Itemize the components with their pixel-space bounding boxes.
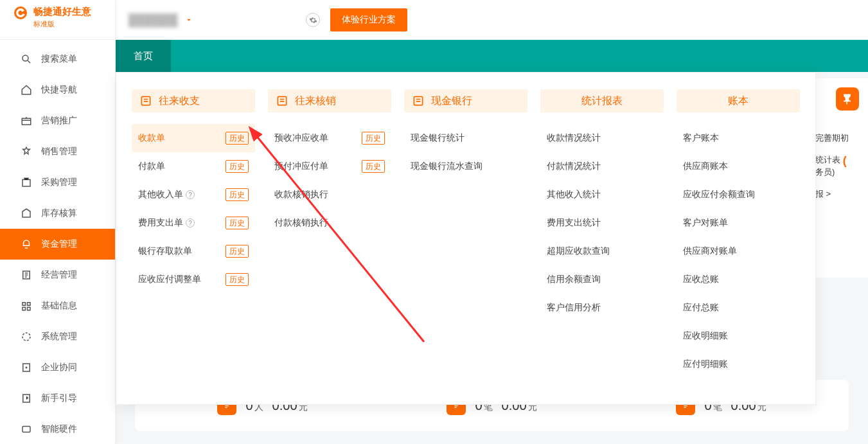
org-selector[interactable]: ██████ xyxy=(128,13,296,27)
menu-item[interactable]: 付款情况统计 xyxy=(540,152,664,181)
nav-icon xyxy=(21,393,32,404)
nav-icon xyxy=(21,238,32,250)
nav-icon xyxy=(21,53,32,65)
menu-item[interactable]: 客户信用分析 xyxy=(540,294,664,322)
menu-item[interactable]: 收款单历史 xyxy=(132,124,255,152)
menu-item[interactable]: 应付总账 xyxy=(677,294,800,322)
menu-item[interactable]: 其他收入单?历史 xyxy=(132,181,255,209)
menu-item[interactable]: 超期应收款查询 xyxy=(540,237,664,265)
nav-icon xyxy=(21,208,32,219)
menu-item[interactable]: 收款情况统计 xyxy=(540,124,664,152)
history-pill[interactable]: 历史 xyxy=(226,132,249,145)
flyout-col-0: 往来收支收款单历史付款单历史其他收入单?历史费用支出单?历史银行存取款单历史应收… xyxy=(132,89,255,378)
brand-logo-icon xyxy=(13,5,28,21)
svg-line-1 xyxy=(28,60,30,63)
help-icon[interactable]: ? xyxy=(186,218,195,227)
menu-item[interactable]: 现金银行统计 xyxy=(404,124,527,152)
sidebar-nav: 搜索菜单快捷导航营销推广销售管理采购管理库存核算资金管理经营管理基础信息系统管理… xyxy=(0,40,115,444)
menu-item[interactable]: 现金银行流水查询 xyxy=(404,152,527,181)
nav-label: 经营管理 xyxy=(41,269,77,281)
nav-label: 采购管理 xyxy=(41,177,77,188)
history-pill[interactable]: 历史 xyxy=(226,245,249,258)
flyout-col-header: 统计报表 xyxy=(540,89,664,112)
sidebar-item-3[interactable]: 销售管理 xyxy=(0,136,115,167)
sidebar-item-8[interactable]: 基础信息 xyxy=(0,290,115,321)
history-pill[interactable]: 历史 xyxy=(226,273,249,286)
menu-item[interactable]: 付款单历史 xyxy=(132,152,255,181)
svg-point-0 xyxy=(22,55,28,61)
sidebar-item-2[interactable]: 营销推广 xyxy=(0,105,115,136)
tab-strip: 首页 xyxy=(116,40,868,72)
sidebar-item-6[interactable]: 资金管理 xyxy=(0,229,115,260)
svg-rect-7 xyxy=(22,307,26,310)
org-name: ██████ xyxy=(128,13,178,27)
right-card-link-3[interactable]: 报 > xyxy=(815,188,831,200)
history-pill[interactable]: 历史 xyxy=(362,132,385,145)
svg-rect-5 xyxy=(22,303,26,306)
svg-point-15 xyxy=(28,432,29,433)
menu-item[interactable]: 信用余额查询 xyxy=(540,265,664,294)
right-card-link-2[interactable]: 统计表 ( 务员) xyxy=(815,154,847,178)
nav-label: 系统管理 xyxy=(41,331,77,342)
sidebar-item-12[interactable]: 智能硬件 xyxy=(0,414,115,444)
menu-item[interactable]: 应收明细账 xyxy=(677,322,800,350)
menu-item[interactable]: 应收应付余额查询 xyxy=(677,181,800,209)
flyout-col-header: 往来核销 xyxy=(268,89,391,112)
menu-item[interactable]: 付款核销执行 xyxy=(268,209,391,237)
menu-item[interactable]: 客户账本 xyxy=(677,124,800,152)
nav-icon xyxy=(21,84,32,96)
nav-icon xyxy=(21,331,32,342)
sidebar-item-11[interactable]: 新手引导 xyxy=(0,383,115,414)
history-pill[interactable]: 历史 xyxy=(226,217,249,229)
nav-label: 库存核算 xyxy=(41,208,77,219)
menu-item[interactable]: 供应商账本 xyxy=(677,152,800,181)
tab-label: 首页 xyxy=(134,50,153,62)
help-icon[interactable]: ? xyxy=(186,190,195,199)
flyout-col-header: 账本 xyxy=(677,89,800,112)
brand-subtitle: 标准版 xyxy=(33,19,91,28)
menu-item[interactable]: 银行存取款单历史 xyxy=(132,237,255,265)
doc-icon xyxy=(412,94,425,107)
funds-megamenu: 往来收支收款单历史付款单历史其他收入单?历史费用支出单?历史银行存取款单历史应收… xyxy=(116,72,816,405)
doc-icon xyxy=(276,94,288,107)
right-side-card: 完善期初 统计表 ( 务员) 报 > xyxy=(810,78,868,278)
sidebar-item-10[interactable]: 企业协同 xyxy=(0,352,115,383)
nav-icon xyxy=(21,300,32,312)
history-pill[interactable]: 历史 xyxy=(226,160,249,173)
menu-item[interactable]: 预收冲应收单历史 xyxy=(268,124,391,152)
menu-item[interactable]: 其他收入统计 xyxy=(540,181,664,209)
nav-icon xyxy=(21,423,32,435)
menu-item[interactable]: 应收应付调整单历史 xyxy=(132,265,255,294)
sidebar-item-4[interactable]: 采购管理 xyxy=(0,167,115,198)
sidebar-item-7[interactable]: 经营管理 xyxy=(0,260,115,290)
menu-item[interactable]: 收款核销执行 xyxy=(268,181,391,209)
svg-rect-2 xyxy=(22,118,31,125)
nav-label: 营销推广 xyxy=(41,115,77,127)
svg-point-11 xyxy=(26,367,28,369)
flyout-col-2: 现金银行现金银行统计现金银行流水查询 xyxy=(404,89,527,378)
svg-rect-3 xyxy=(22,180,30,187)
sidebar-item-0[interactable]: 搜索菜单 xyxy=(0,44,115,75)
sidebar-item-1[interactable]: 快捷导航 xyxy=(0,75,115,105)
menu-item[interactable]: 客户对账单 xyxy=(677,209,800,237)
sidebar-item-5[interactable]: 库存核算 xyxy=(0,198,115,229)
menu-item[interactable]: 供应商对账单 xyxy=(677,237,800,265)
cta-button[interactable]: 体验行业方案 xyxy=(330,8,407,31)
topbar: ██████ 体验行业方案 xyxy=(116,0,868,40)
history-pill[interactable]: 历史 xyxy=(362,160,385,173)
menu-item[interactable]: 应收总账 xyxy=(677,265,800,294)
gear-icon xyxy=(309,16,317,24)
menu-item[interactable]: 费用支出统计 xyxy=(540,209,664,237)
sidebar-item-9[interactable]: 系统管理 xyxy=(0,321,115,352)
nav-label: 销售管理 xyxy=(41,146,77,157)
menu-item[interactable]: 费用支出单?历史 xyxy=(132,209,255,237)
tab-home[interactable]: 首页 xyxy=(116,40,171,72)
svg-rect-13 xyxy=(22,427,30,432)
menu-item[interactable]: 预付冲应付单历史 xyxy=(268,152,391,181)
history-pill[interactable]: 历史 xyxy=(226,188,249,201)
nav-label: 资金管理 xyxy=(41,238,77,250)
menu-item[interactable]: 应付明细账 xyxy=(677,350,800,378)
right-card-link-1[interactable]: 完善期初 xyxy=(815,132,849,144)
settings-button[interactable] xyxy=(306,13,320,27)
flyout-col-header: 现金银行 xyxy=(404,89,527,112)
